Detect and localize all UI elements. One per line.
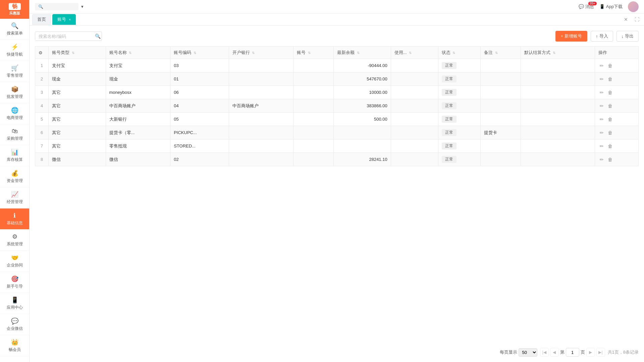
cell-settlement (521, 72, 595, 86)
sidebar-item-app-center[interactable]: 📱 应用中心 (0, 293, 29, 314)
edit-button[interactable]: ✏ (598, 143, 605, 149)
sidebar-item-search-menu[interactable]: 🔍 搜索菜单 (0, 19, 29, 40)
sidebar-item-finance-mgmt[interactable]: 💰 资金管理 (0, 166, 29, 187)
quick-nav-icon: ⚡ (11, 43, 18, 51)
delete-button[interactable]: 🗑 (606, 143, 614, 149)
tab-bar: 首页 账号 × ✕ ⛶ (30, 13, 644, 25)
export-button[interactable]: ↓ 导出 (616, 31, 639, 42)
sidebar-item-retail-mgmt[interactable]: 🛒 零售管理 (0, 61, 29, 82)
first-page-button[interactable]: |◀ (540, 348, 549, 357)
edit-button[interactable]: ✏ (598, 129, 605, 136)
delete-button[interactable]: 🗑 (606, 103, 614, 109)
table-row: 8 微信 微信 02 28241.10 正常 ✏ 🗑 (35, 153, 639, 166)
sidebar-item-label: 电商管理 (7, 115, 23, 121)
th-account-num[interactable]: 账号 ⇅ (293, 47, 334, 59)
sidebar-item-guide[interactable]: 🎯 新手引导 (0, 272, 29, 293)
sidebar-item-enterprise-wechat[interactable]: 💬 企业微信 (0, 314, 29, 335)
sidebar-item-ecommerce-mgmt[interactable]: 🌐 电商管理 (0, 103, 29, 124)
add-account-button[interactable]: + 新增账号 (555, 31, 587, 42)
last-page-button[interactable]: ▶| (596, 348, 605, 357)
th-bank[interactable]: 开户银行 ⇅ (229, 47, 293, 59)
cell-name: 提货卡（零... (106, 126, 170, 139)
sidebar-item-basic-info[interactable]: ℹ 基础信息 (0, 208, 29, 230)
cell-name: 现金 (106, 72, 170, 86)
th-account-type[interactable]: 账号类型 ⇅ (49, 47, 106, 59)
main-area: 🔍 ▾ 💬 消息 99+ 📱 App下载 首页 账号 (30, 0, 644, 362)
cell-note (481, 59, 521, 72)
sidebar-item-enterprise-agreement[interactable]: 🤝 企业协同 (0, 251, 29, 272)
edit-button[interactable]: ✏ (598, 76, 605, 82)
col-label-bank: 开户银行 (232, 50, 250, 55)
cell-name: 大新银行 (106, 113, 170, 126)
cell-account (293, 59, 334, 72)
edit-button[interactable]: ✏ (598, 103, 605, 109)
sidebar-item-label: 批发管理 (7, 94, 23, 100)
sidebar-item-purchase-mgmt[interactable]: 🛍 采购管理 (0, 124, 29, 145)
page-input[interactable] (566, 348, 579, 357)
next-page-button[interactable]: ▶ (586, 348, 595, 357)
tab-action-minimize[interactable]: ✕ (622, 16, 630, 23)
sidebar-item-label: 快捷导航 (7, 52, 23, 57)
delete-button[interactable]: 🗑 (606, 129, 614, 136)
th-note[interactable]: 备注 ⇅ (481, 47, 521, 59)
cell-account (293, 113, 334, 126)
sort-icon-type: ⇅ (72, 51, 74, 55)
cell-code: PICKUPC... (170, 126, 229, 139)
edit-button[interactable]: ✏ (598, 116, 605, 123)
sidebar-item-wholesale-mgmt[interactable]: 📦 批发管理 (0, 82, 29, 103)
dropdown-button[interactable]: ▾ (81, 4, 84, 9)
delete-button[interactable]: 🗑 (606, 156, 614, 163)
logo-icon: 畅 (9, 3, 21, 10)
header-right: 💬 消息 99+ 📱 App下载 (579, 1, 639, 12)
th-usage[interactable]: 使用... ⇅ (391, 47, 438, 59)
page-unit: 页 (581, 349, 585, 355)
sidebar-item-system-mgmt[interactable]: ⚙ 系统管理 (0, 230, 29, 251)
sidebar-item-ops-mgmt[interactable]: 📈 经营管理 (0, 187, 29, 208)
settings-icon[interactable]: ⚙ (39, 50, 43, 55)
message-button[interactable]: 💬 消息 99+ (579, 4, 594, 10)
user-avatar[interactable] (628, 1, 639, 12)
edit-button[interactable]: ✏ (598, 62, 605, 69)
th-account-code[interactable]: 账号编码 ⇅ (170, 47, 229, 59)
cell-row-num: 4 (35, 99, 49, 113)
sidebar-item-vip-member[interactable]: 👑 畅会员 (0, 335, 29, 356)
tab-home[interactable]: 首页 (32, 14, 51, 25)
sort-icon-name: ⇅ (129, 51, 131, 55)
app-download-button[interactable]: 📱 App下载 (599, 4, 623, 10)
search-submit-button[interactable]: 🔍 (92, 32, 102, 41)
enterprise-icon: 🤝 (11, 254, 18, 261)
edit-button[interactable]: ✏ (598, 89, 605, 96)
delete-button[interactable]: 🗑 (606, 116, 614, 123)
table-row: 7 其它 零售抵现 STORED... 正常 ✏ 🗑 (35, 139, 639, 153)
top-search-bar[interactable]: 🔍 (35, 3, 78, 10)
cell-usage (391, 153, 438, 166)
cell-row-num: 5 (35, 113, 49, 126)
tab-close-button[interactable]: × (69, 17, 71, 21)
page-size-select: 每页显示 50 100 200 (500, 348, 537, 357)
import-button[interactable]: ↑ 导入 (591, 31, 613, 42)
prev-page-button[interactable]: ◀ (550, 348, 559, 357)
th-account-name[interactable]: 账号名称 ⇅ (106, 47, 170, 59)
cell-bank (229, 86, 293, 99)
th-balance[interactable]: 最新余额 ⇅ (334, 47, 391, 59)
th-default-settlement[interactable]: 默认结算方式 ⇅ (521, 47, 595, 59)
sidebar-item-quick-nav[interactable]: ⚡ 快捷导航 (0, 40, 29, 61)
cell-balance: 547670.00 (334, 72, 391, 86)
tab-action-expand[interactable]: ⛶ (633, 16, 641, 23)
table-row: 4 其它 中百商场账户 04 中百商场账户 383866.00 正常 ✏ 🗑 (35, 99, 639, 113)
page-label: 第 (560, 349, 565, 355)
cell-account (293, 72, 334, 86)
th-status[interactable]: 状态 ⇅ (438, 47, 480, 59)
edit-button[interactable]: ✏ (598, 156, 605, 163)
sidebar-item-inventory[interactable]: 📊 库存核算 (0, 145, 29, 166)
delete-button[interactable]: 🗑 (606, 89, 614, 96)
delete-button[interactable]: 🗑 (606, 62, 614, 69)
cell-status: 正常 (438, 86, 480, 99)
tab-account[interactable]: 账号 × (52, 14, 76, 25)
sort-icon-balance: ⇅ (357, 51, 360, 55)
delete-button[interactable]: 🗑 (606, 76, 614, 82)
search-input[interactable] (35, 32, 92, 41)
per-page-label: 每页显示 (500, 349, 517, 355)
page-size-dropdown[interactable]: 50 100 200 (519, 348, 537, 357)
guide-icon: 🎯 (11, 275, 18, 283)
